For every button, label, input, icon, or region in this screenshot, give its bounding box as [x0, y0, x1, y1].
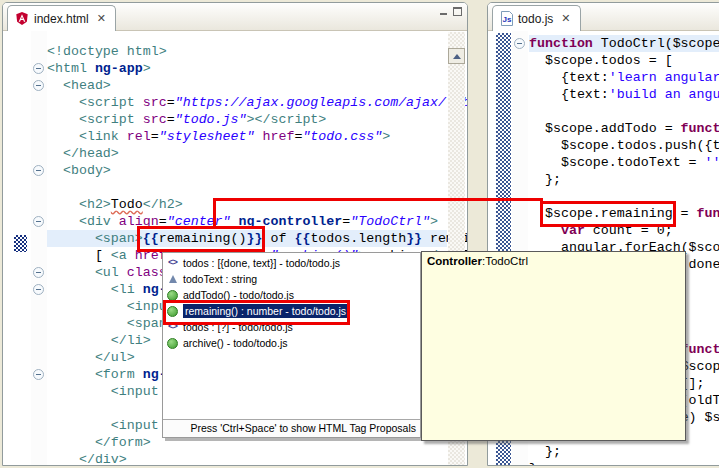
proposal-label: remaining() : number - todo/todo.js — [183, 304, 348, 318]
proposal-label: archive() - todo/todo.js — [183, 337, 287, 349]
tooltip-title: Controller — [427, 255, 482, 267]
code-line — [47, 179, 447, 196]
code-line: <div align="center" ng-controller="TodoC… — [47, 213, 447, 230]
proposal-label: todos : [?] - todo/todo.js — [183, 321, 293, 333]
occurrence-marker — [14, 235, 27, 252]
code-line: }; — [529, 171, 719, 188]
tab-label: todo.js — [518, 12, 553, 26]
maximize-icon[interactable] — [453, 7, 462, 16]
svg-text:Js: Js — [503, 15, 512, 24]
proposal-label: addTodo() - todo/todo.js — [183, 289, 294, 301]
js-file-icon: Js — [500, 11, 513, 26]
code-line: <link rel="stylesheet" href="todo.css"> — [47, 128, 447, 145]
angular-icon — [15, 11, 29, 26]
annotation-ruler — [3, 31, 32, 465]
proposal-label: todoText : string — [183, 273, 257, 285]
tooltip-value: :TodoCtrl — [482, 255, 528, 267]
close-icon[interactable]: ✕ — [97, 12, 106, 25]
code-line: $scope.todos.push({text:$scope.todoText,… — [529, 137, 719, 154]
fold-minus-icon[interactable] — [33, 80, 44, 91]
code-line: <script src="https://ajax.googleapis.com… — [47, 94, 447, 111]
proposal-label: todos : [{done, text}] - todo/todo.js — [183, 257, 340, 269]
code-line: <h2>Todo</h2> — [47, 196, 447, 213]
minimize-icon[interactable] — [439, 7, 448, 16]
fold-minus-icon[interactable] — [33, 216, 44, 227]
code-line: }; — [529, 443, 719, 460]
content-assist-footer: Press 'Ctrl+Space' to show HTML Tag Prop… — [163, 419, 420, 437]
code-line: $scope.addTodo = function() { — [529, 120, 719, 137]
tab-index-html[interactable]: index.html ✕ — [7, 5, 116, 31]
left-tabbar: index.html ✕ — [3, 3, 467, 31]
hover-tooltip: Controller:TodoCtrl — [421, 251, 686, 441]
code-line: <span>{{remaining()}} of {{todos.length}… — [47, 230, 447, 247]
fold-ruler — [31, 31, 47, 465]
brackets-icon: <> — [166, 322, 179, 332]
code-line: $scope.todoText = ''; — [529, 154, 719, 171]
fold-minus-icon[interactable] — [33, 267, 44, 278]
code-line — [529, 188, 719, 205]
proposal-item-0[interactable]: <>todos : [{done, text}] - todo/todo.js — [163, 255, 420, 271]
right-tabbar: Js todo.js ✕ — [488, 3, 719, 31]
code-line: </head> — [47, 145, 447, 162]
code-line: $scope.remaining = function() { — [529, 205, 719, 222]
proposal-item-5[interactable]: archive() - todo/todo.js — [163, 335, 420, 351]
fold-minus-icon[interactable] — [33, 63, 44, 74]
content-assist-list: <>todos : [{done, text}] - todo/todo.jst… — [163, 253, 420, 351]
field-icon — [166, 275, 179, 283]
proposal-item-1[interactable]: todoText : string — [163, 271, 420, 287]
panel-window-buttons — [439, 7, 462, 16]
proposal-item-2[interactable]: addTodo() - todo/todo.js — [163, 287, 420, 303]
fold-minus-icon[interactable] — [33, 284, 44, 295]
code-line — [529, 103, 719, 120]
code-line: <head> — [47, 77, 447, 94]
method-icon — [166, 306, 179, 317]
code-line: </div> — [47, 451, 447, 465]
method-icon — [166, 338, 179, 349]
code-line: $scope.todos = [ — [529, 52, 719, 69]
code-line: <script src="todo.js"></script> — [47, 111, 447, 128]
fold-minus-icon[interactable] — [514, 38, 525, 49]
brackets-icon: <> — [166, 258, 179, 268]
tab-label: index.html — [34, 12, 89, 26]
fold-minus-icon[interactable] — [33, 369, 44, 380]
code-line: } — [529, 460, 719, 465]
code-line: function TodoCtrl($scope) { — [529, 35, 719, 52]
code-line: var count = 0; — [529, 222, 719, 239]
proposal-item-4[interactable]: <>todos : [?] - todo/todo.js — [163, 319, 420, 335]
method-icon — [166, 290, 179, 301]
content-assist-popup: <>todos : [{done, text}] - todo/todo.jst… — [162, 252, 421, 438]
code-line: {text:'build an angular app', done:false… — [529, 86, 719, 103]
proposal-item-3[interactable]: remaining() : number - todo/todo.js — [163, 303, 420, 319]
eclipse-workbench: index.html ✕ <!doctype html><html ng-app… — [0, 0, 719, 468]
code-line: <html ng-app> — [47, 60, 447, 77]
tab-todo-js[interactable]: Js todo.js ✕ — [492, 5, 581, 31]
code-line: <body> — [47, 162, 447, 179]
scroll-up-button[interactable] — [448, 48, 465, 64]
code-line: <!doctype html> — [47, 43, 447, 60]
code-line: {text:'learn angular', done:true}, — [529, 69, 719, 86]
fold-minus-icon[interactable] — [33, 165, 44, 176]
close-icon[interactable]: ✕ — [561, 12, 570, 25]
